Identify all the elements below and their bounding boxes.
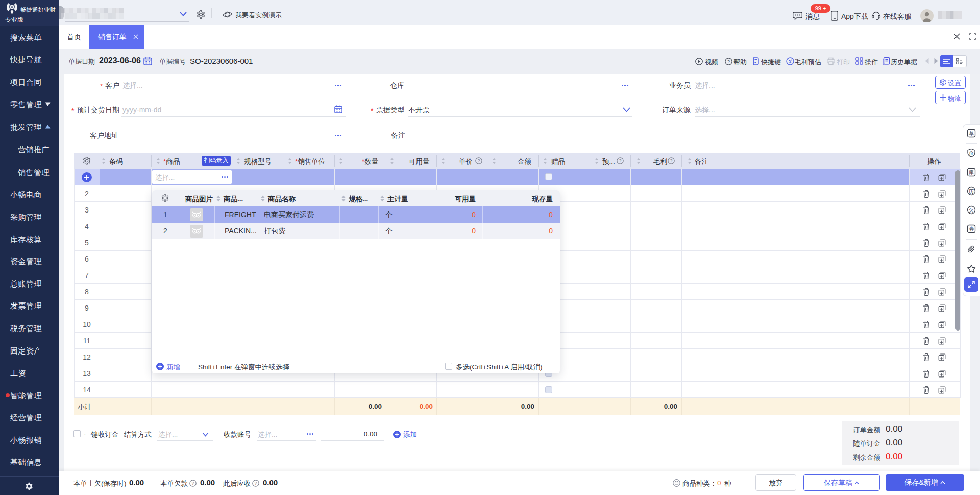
svg-text:库: 库 [969,170,974,175]
svg-text:?: ? [254,481,257,486]
svg-text:?: ? [670,158,672,163]
svg-text:?: ? [477,158,480,163]
svg-text:草: 草 [969,131,974,136]
svg-text:券: 券 [969,226,974,232]
svg-text:价: 价 [969,151,974,156]
svg-text:?: ? [191,481,194,486]
svg-text:?: ? [727,59,730,64]
svg-text:?: ? [619,158,621,163]
svg-text:历: 历 [969,188,974,194]
svg-text:欠: 欠 [969,207,974,213]
